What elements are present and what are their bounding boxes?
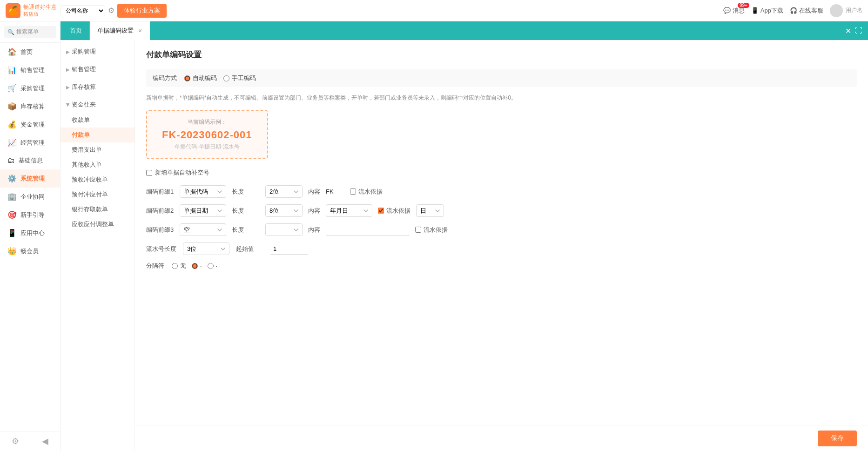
serial2-unit-select[interactable]: 日 月 年 xyxy=(416,204,444,217)
tab-active[interactable]: 单据编码设置 × xyxy=(90,21,150,40)
submenu-child-other-income[interactable]: 其他收入单 xyxy=(61,157,135,172)
submenu-child-payment[interactable]: 付款单 xyxy=(61,128,135,142)
submenu: ▶ 采购管理 ▶ 销售管理 ▶ 库存核算 xyxy=(61,40,135,451)
sidebar-item-purchase[interactable]: 🛒 采购管理 xyxy=(0,79,60,97)
company-select[interactable]: 公司名称 xyxy=(61,5,105,16)
sub-content: ▶ 采购管理 ▶ 销售管理 ▶ 库存核算 xyxy=(61,40,868,451)
serial2-checkbox[interactable] xyxy=(378,208,384,214)
prefix3-select[interactable]: 空 xyxy=(180,223,226,236)
serial-length-label: 流水号长度 xyxy=(146,245,176,253)
sidebar-label-vip: 畅会员 xyxy=(20,247,39,256)
sep-dash-option[interactable]: · xyxy=(208,263,218,269)
sep-none-radio[interactable] xyxy=(172,263,178,269)
radio-manual-input[interactable] xyxy=(223,75,229,81)
sidebar-label-inventory: 库存核算 xyxy=(20,102,45,111)
content-area: 首页 单据编码设置 × ✕ ⛶ ▶ 采购管理 xyxy=(61,21,868,451)
sidebar-item-finance[interactable]: 💰 资金管理 xyxy=(0,115,60,134)
code-preview-sub: 单据代码-单据日期-流水号 xyxy=(162,143,252,151)
top-bar-controls: 公司名称 ⚙ 体验行业方案 xyxy=(61,4,167,18)
serial1-checkbox[interactable] xyxy=(350,188,356,195)
length1-select-wrap: 2位 xyxy=(265,185,303,198)
sep-dot-radio[interactable] xyxy=(192,263,198,269)
settings-icon-btn[interactable]: ⚙ xyxy=(108,6,114,15)
collapse-btn[interactable]: ◀ xyxy=(42,436,48,446)
radio-auto[interactable]: 自动编码 xyxy=(184,74,217,82)
arrow-icon-inv: ▶ xyxy=(66,85,70,90)
sidebar-item-inventory[interactable]: 📦 库存核算 xyxy=(0,97,60,115)
start-value-input[interactable] xyxy=(270,243,308,255)
sep-dot-option[interactable]: · xyxy=(192,263,202,269)
sidebar-search-area: 🔍 搜索菜单 xyxy=(0,21,60,43)
radio-auto-input[interactable] xyxy=(184,75,190,81)
submenu-title-capital[interactable]: ▶ 资金往来 xyxy=(61,97,135,113)
tab-home[interactable]: 首页 xyxy=(62,21,90,40)
serial3-checkbox[interactable] xyxy=(415,227,421,233)
sidebar-item-operations[interactable]: 📈 经营管理 xyxy=(0,134,60,152)
finance-icon: 💰 xyxy=(7,120,17,129)
sep-none-option[interactable]: 无 xyxy=(172,262,186,270)
tab-home-label: 首页 xyxy=(70,27,82,35)
submenu-child-bank[interactable]: 银行存取款单 xyxy=(61,202,135,217)
prefix1-select[interactable]: 单据代码 xyxy=(180,185,226,198)
try-industry-btn[interactable]: 体验行业方案 xyxy=(117,4,167,18)
prefix3-select-wrap: 空 xyxy=(180,223,226,236)
submenu-child-receipt[interactable]: 收款单 xyxy=(61,113,135,128)
home-icon: 🏠 xyxy=(7,47,17,56)
settings-bottom-btn[interactable]: ⚙ xyxy=(12,436,19,446)
sep-dot-symbol: · xyxy=(200,263,202,269)
sidebar-item-appcenter[interactable]: 📱 应用中心 xyxy=(0,224,60,242)
tab-active-label: 单据编码设置 xyxy=(97,27,134,35)
sidebar-item-newguide[interactable]: 🎯 新手引导 xyxy=(0,206,60,224)
submenu-title-purchase[interactable]: ▶ 采购管理 xyxy=(61,44,135,60)
sep-dash-radio[interactable] xyxy=(208,263,214,269)
prefix2-select-wrap: 单据日期 xyxy=(180,204,226,217)
submenu-child-prepay-pay[interactable]: 预付冲应付单 xyxy=(61,187,135,202)
save-button[interactable]: 保存 xyxy=(818,431,857,446)
sidebar-item-system[interactable]: ⚙️ 系统管理 xyxy=(0,169,60,188)
message-btn[interactable]: 💬 消息 99+ xyxy=(723,7,745,15)
arrow-icon-capital: ▶ xyxy=(66,103,71,107)
top-bar-left: 🍊 畅通道好生意 拓店版 公司名称 ⚙ 体验行业方案 xyxy=(6,3,167,18)
app-download-btn[interactable]: 📱 App下载 xyxy=(751,7,783,15)
content3-input[interactable] xyxy=(326,224,410,236)
submenu-child-prepay-recv[interactable]: 预收冲应收单 xyxy=(61,172,135,187)
autofill-label[interactable]: 新增单据自动补空号 xyxy=(155,168,209,177)
sidebar-label-system: 系统管理 xyxy=(20,175,45,183)
avatar xyxy=(830,4,843,17)
sidebar-label-newguide: 新手引导 xyxy=(20,211,45,219)
serial2-item: 流水依据 xyxy=(378,207,410,215)
submenu-group-capital: ▶ 资金往来 收款单 付款单 费用支出单 其他收入单 预收冲应收单 预付冲应付单… xyxy=(61,97,135,232)
operations-icon: 📈 xyxy=(7,138,17,147)
sidebar-item-basic[interactable]: 🗂 基础信息 xyxy=(0,152,60,169)
length1-select[interactable]: 2位 xyxy=(265,185,303,198)
appcenter-icon: 📱 xyxy=(7,229,17,237)
submenu-title-inventory[interactable]: ▶ 库存核算 xyxy=(61,79,135,95)
length3-select[interactable] xyxy=(265,223,303,236)
system-icon: ⚙️ xyxy=(7,174,17,183)
prefix2-select[interactable]: 单据日期 xyxy=(180,204,226,217)
tab-expand-btn[interactable]: ⛶ xyxy=(855,27,862,35)
content2-select[interactable]: 年月日 xyxy=(326,204,372,217)
tab-close-icon-btn[interactable]: ✕ xyxy=(845,27,851,35)
arrow-icon-sales: ▶ xyxy=(66,67,70,72)
logo-text: 畅通道好生意 拓店版 xyxy=(23,4,57,18)
radio-manual[interactable]: 手工编码 xyxy=(223,74,256,82)
user-info: 用户名 xyxy=(830,4,862,17)
sidebar-item-enterprise[interactable]: 🏢 企业协同 xyxy=(0,188,60,206)
sidebar-search-btn[interactable]: 🔍 搜索菜单 xyxy=(4,26,56,38)
serial-length-select[interactable]: 3位 4位 5位 xyxy=(183,242,229,255)
sidebar-item-home[interactable]: 🏠 首页 xyxy=(0,43,60,61)
submenu-title-sales[interactable]: ▶ 销售管理 xyxy=(61,61,135,77)
sidebar-item-vip[interactable]: 👑 畅会员 xyxy=(0,242,60,260)
encoding-method-label: 编码方式 xyxy=(153,74,177,82)
tab-close-btn[interactable]: × xyxy=(138,27,142,34)
length2-select[interactable]: 8位 xyxy=(265,204,303,217)
submenu-child-ar-ap[interactable]: 应收应付调整单 xyxy=(61,217,135,232)
sales-icon: 📊 xyxy=(7,66,17,74)
sidebar-item-sales[interactable]: 📊 销售管理 xyxy=(0,61,60,79)
submenu-child-expense[interactable]: 费用支出单 xyxy=(61,142,135,157)
sidebar-label-basic: 基础信息 xyxy=(19,156,43,165)
newguide-icon: 🎯 xyxy=(7,210,17,219)
autofill-checkbox[interactable] xyxy=(146,170,152,176)
online-service-btn[interactable]: 🎧 在线客服 xyxy=(790,7,823,15)
